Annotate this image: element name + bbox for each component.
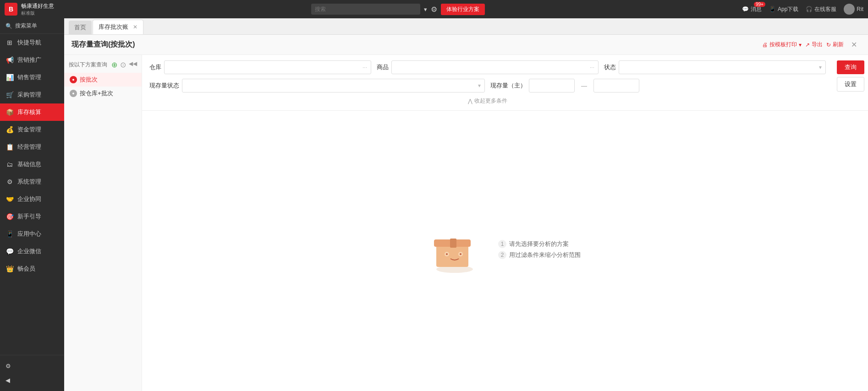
status-select[interactable]: ▾ <box>619 60 826 74</box>
scheme-by-batch[interactable]: ● 按批次 <box>64 73 142 87</box>
tab-inventory-batch-label: 库存批次账 <box>99 23 128 30</box>
sidebar-item-label: 系统管理 <box>17 178 41 186</box>
scheme-by-warehouse-batch[interactable]: ● 按仓库+批次 <box>64 87 142 100</box>
empty-tip-1: 1 请先选择要分析的方案 <box>498 240 581 248</box>
page-close-btn[interactable]: ✕ <box>847 40 861 49</box>
refresh-btn[interactable]: ↻ 刷新 <box>826 41 844 49</box>
query-btn[interactable]: 查询 <box>837 60 864 74</box>
settings-scheme-icon[interactable]: ⊙ <box>120 60 126 69</box>
goods-select[interactable]: ··· <box>391 60 599 74</box>
settings-icon: ⚙ <box>5 363 11 369</box>
sidebar-item-label: 企业协同 <box>17 195 41 203</box>
app-download-btn[interactable]: 📱 App下载 <box>769 5 798 13</box>
goods-more-icon[interactable]: ··· <box>590 64 594 71</box>
page-title: 现存量查询(按批次) <box>71 40 135 49</box>
sidebar-item-quick-nav[interactable]: ⊞ 快捷导航 <box>0 34 64 51</box>
app-name: 畅康通好生意 <box>21 2 54 10</box>
phone-icon: 📱 <box>769 6 776 12</box>
sidebar-item-enterprise[interactable]: 🤝 企业协同 <box>0 190 64 208</box>
sidebar-collapse-btn[interactable]: ◀ <box>0 373 64 387</box>
sidebar-item-guide[interactable]: 🎯 新手引导 <box>0 208 64 225</box>
tip2-text: 用过滤条件来缩小分析范围 <box>509 251 581 259</box>
sidebar-item-app-center[interactable]: 📱 应用中心 <box>0 225 64 243</box>
empty-box-svg <box>429 226 480 276</box>
app-center-icon: 📱 <box>5 230 14 238</box>
tab-close-icon[interactable]: ✕ <box>133 24 137 30</box>
sidebar-item-finance[interactable]: 💰 资金管理 <box>0 121 64 138</box>
collapse-icon: ◀ <box>5 377 10 384</box>
inventory-qty-max-input[interactable] <box>593 79 639 92</box>
warehouse-more-icon[interactable]: ··· <box>363 64 367 71</box>
empty-state: 1 请先选择要分析的方案 2 用过滤条件来缩小分析范围 <box>142 111 868 391</box>
left-panel: 按以下方案查询 ⊕ ⊙ ◀◀ ● 按批次 ● 按仓库+批次 <box>64 55 142 391</box>
sidebar-item-wechat[interactable]: 💬 企业微信 <box>0 243 64 260</box>
collapse-up-icon: ⋀ <box>468 98 472 104</box>
collapse-filter-btn[interactable]: ⋀ 收起更多条件 <box>149 97 826 105</box>
sidebar-item-purchase[interactable]: 🛒 采购管理 <box>0 86 64 103</box>
sidebar-item-label: 畅会员 <box>17 265 35 273</box>
print-btn[interactable]: 🖨 按模板打印 ▾ <box>762 41 802 49</box>
operation-icon: 📋 <box>5 143 14 151</box>
inventory-status-dropdown-icon[interactable]: ▾ <box>478 82 481 89</box>
marketing-icon: 📢 <box>5 56 14 64</box>
page-body: 按以下方案查询 ⊕ ⊙ ◀◀ ● 按批次 ● 按仓库+批次 <box>64 55 868 391</box>
headset-icon: 🎧 <box>806 6 813 12</box>
topbar-left: B 畅康通好生意 标准版 <box>5 2 54 16</box>
inventory-icon: 📦 <box>5 108 14 116</box>
tab-inventory-batch[interactable]: 库存批次账 ✕ <box>93 20 143 34</box>
message-icon: 💬 <box>742 6 749 12</box>
inventory-status-group: 现存量状态 ▾ <box>149 79 485 92</box>
wechat-icon: 💬 <box>5 247 14 255</box>
sidebar: 🔍 搜索菜单 ⊞ 快捷导航 📢 营销推广 📊 销售管理 🛒 采购管理 📦 库存核… <box>0 18 64 391</box>
print-dropdown-icon[interactable]: ▾ <box>799 42 802 48</box>
content-area: 首页 库存批次账 ✕ 现存量查询(按批次) 🖨 按模板打印 ▾ ↗ 导出 <box>64 18 868 391</box>
left-panel-header: 按以下方案查询 ⊕ ⊙ ◀◀ <box>64 59 142 73</box>
message-btn[interactable]: 💬 消息 99+ <box>742 5 762 13</box>
user-profile[interactable]: Rit <box>844 4 863 15</box>
gear-icon[interactable]: ⚙ <box>431 5 437 14</box>
search-dropdown-icon[interactable]: ▾ <box>424 6 427 13</box>
purchase-icon: 🛒 <box>5 91 14 99</box>
sidebar-item-member[interactable]: 👑 畅会员 <box>0 260 64 277</box>
tab-home[interactable]: 首页 <box>69 21 92 34</box>
collapse-panel-icon[interactable]: ◀◀ <box>129 60 137 69</box>
sidebar-item-sales[interactable]: 📊 销售管理 <box>0 69 64 86</box>
sidebar-item-label: 库存核算 <box>17 108 41 116</box>
sidebar-item-system[interactable]: ⚙ 系统管理 <box>0 173 64 190</box>
experience-btn[interactable]: 体验行业方案 <box>441 4 485 15</box>
scheme-batch-icon: ● <box>70 76 77 83</box>
sidebar-item-basic[interactable]: 🗂 基础信息 <box>0 156 64 173</box>
tip1-text: 请先选择要分析的方案 <box>509 240 569 248</box>
sidebar-item-inventory[interactable]: 📦 库存核算 <box>0 103 64 121</box>
inventory-qty-group: 现存量（主） — <box>490 79 826 92</box>
warehouse-filter-group: 仓库 ··· <box>149 60 371 74</box>
inventory-qty-min-input[interactable] <box>529 79 575 92</box>
refresh-icon: ↻ <box>826 42 831 48</box>
topbar: B 畅康通好生意 标准版 ▾ ⚙ 体验行业方案 💬 消息 99+ 📱 App下载… <box>0 0 868 18</box>
inventory-qty-label: 现存量（主） <box>490 81 526 90</box>
online-service-btn[interactable]: 🎧 在线客服 <box>806 5 836 13</box>
sidebar-search[interactable]: 🔍 搜索菜单 <box>0 18 64 34</box>
left-panel-actions: ⊕ ⊙ ◀◀ <box>111 60 137 69</box>
empty-tips: 1 请先选择要分析的方案 2 用过滤条件来缩小分析范围 <box>498 240 581 262</box>
sidebar-item-marketing[interactable]: 📢 营销推广 <box>0 51 64 69</box>
inventory-status-select[interactable]: ▾ <box>182 79 485 92</box>
sales-icon: 📊 <box>5 73 14 81</box>
filter-container: 仓库 ··· 商品 ··· <box>142 55 868 111</box>
export-btn[interactable]: ↗ 导出 <box>805 41 823 49</box>
collapse-filter-label: 收起更多条件 <box>474 97 507 105</box>
tip1-num: 1 <box>498 240 506 248</box>
system-icon: ⚙ <box>5 178 14 186</box>
warehouse-select[interactable]: ··· <box>164 60 371 74</box>
add-scheme-icon[interactable]: ⊕ <box>111 60 117 69</box>
basic-icon: 🗂 <box>5 160 14 168</box>
sidebar-item-operation[interactable]: 📋 经营管理 <box>0 138 64 156</box>
status-dropdown-icon[interactable]: ▾ <box>819 64 822 71</box>
empty-illustration <box>429 226 480 276</box>
settings-btn[interactable]: 设置 <box>837 77 864 92</box>
topbar-right: 💬 消息 99+ 📱 App下载 🎧 在线客服 Rit <box>742 4 863 15</box>
global-search-input[interactable] <box>311 4 420 15</box>
guide-icon: 🎯 <box>5 212 14 221</box>
right-content: 仓库 ··· 商品 ··· <box>142 55 868 391</box>
sidebar-settings-btn[interactable]: ⚙ <box>0 359 64 373</box>
